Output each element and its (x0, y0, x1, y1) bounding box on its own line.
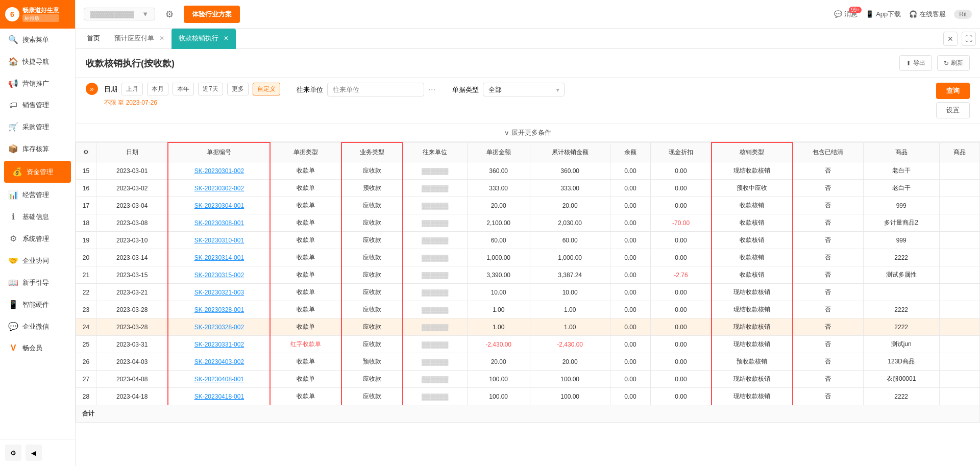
row-date: 2023-03-08 (96, 214, 168, 232)
fullscreen-tab-btn[interactable]: ⛶ (962, 32, 976, 46)
settings-gear-btn[interactable]: ⚙ (161, 6, 178, 22)
row-date: 2023-03-02 (96, 180, 168, 197)
voucher-type-select[interactable]: 全部 (483, 83, 565, 96)
row-amount: 1.00 (467, 318, 530, 336)
row-doc-no[interactable]: SK-20230418-001 (168, 388, 270, 405)
tab-collection-close[interactable]: ✕ (224, 35, 229, 42)
row-doc-no[interactable]: SK-20230314-001 (168, 249, 270, 266)
company-selector[interactable]: ▓▓▓▓▓▓▓▓▓ ▼ (84, 8, 155, 20)
col-date: 日期 (96, 142, 168, 162)
row-counterpart: ▓▓▓▓▓▓ (403, 162, 467, 180)
row-write-off-type: 预收中应收 (712, 180, 793, 197)
sidebar-item-guide[interactable]: 📖 新手引导 (0, 272, 75, 293)
sidebar-item-quick-nav[interactable]: 🏠 快捷导航 (0, 51, 75, 72)
solution-btn[interactable]: 体验行业方案 (184, 6, 240, 23)
row-write-off-type: 收款核销 (712, 232, 793, 249)
row-biz-type: 应收款 (341, 284, 403, 301)
table-row: 202023-03-14SK-20230314-001收款单应收款▓▓▓▓▓▓1… (76, 249, 980, 266)
close-tab-btn[interactable]: ✕ (943, 32, 958, 46)
filter-date-section: 日期 上月 本月 本年 近7天 更多 自定义 不限 至 2023-07-26 (104, 83, 280, 107)
table-row: 262023-04-03SK-20230403-002收款单预收款▓▓▓▓▓▓2… (76, 353, 980, 371)
row-discount: 0.00 (651, 336, 712, 353)
mobile-icon: 📱 (866, 10, 874, 18)
tab-receivable[interactable]: 预计应应付单 ✕ (107, 29, 172, 49)
row-cum-amount: 360.00 (530, 162, 610, 180)
row-amount: 1,000.00 (467, 249, 530, 266)
row-doc-type: 收款单 (270, 353, 341, 371)
tab-receivable-close[interactable]: ✕ (159, 35, 164, 42)
query-btn[interactable]: 查询 (936, 83, 970, 99)
row-doc-no[interactable]: SK-20230310-001 (168, 232, 270, 249)
collapse-sidebar-btn[interactable]: ◀ (26, 445, 42, 461)
export-btn[interactable]: ⬆ 导出 (899, 55, 932, 71)
row-goods: 老白干 (863, 180, 939, 197)
row-balance: 0.00 (610, 266, 650, 284)
table-row: 192023-03-10SK-20230310-001收款单应收款▓▓▓▓▓▓6… (76, 232, 980, 249)
sidebar-item-hardware[interactable]: 📱 智能硬件 (0, 293, 75, 315)
sidebar-item-marketing[interactable]: 📢 营销推广 (0, 72, 75, 94)
row-doc-no[interactable]: SK-20230328-001 (168, 301, 270, 318)
row-doc-type: 收款单 (270, 214, 341, 232)
row-doc-no[interactable]: SK-20230315-002 (168, 266, 270, 284)
sidebar-item-sales[interactable]: 🏷 销售管理 (0, 94, 75, 116)
col-settings[interactable]: ⚙ (76, 142, 96, 162)
row-goods: 999 (863, 232, 939, 249)
row-doc-type: 收款单 (270, 232, 341, 249)
counterpart-input[interactable] (327, 83, 424, 96)
row-cum-amount: 10.00 (530, 284, 610, 301)
data-table-container[interactable]: ⚙ 日期 单据编号 单据类型 业务类型 往来单位 单据金额 累计核销金额 余额 … (76, 142, 980, 466)
tab-collection[interactable]: 收款核销执行 ✕ (172, 29, 236, 49)
last-7days-btn[interactable]: 近7天 (198, 83, 223, 95)
row-counterpart: ▓▓▓▓▓▓ (403, 353, 467, 371)
custom-date-btn[interactable]: 自定义 (253, 83, 280, 95)
sidebar-item-inventory[interactable]: 📦 库存核算 (0, 138, 75, 160)
sidebar-item-system[interactable]: ⚙ 系统管理 (0, 228, 75, 250)
row-date: 2023-03-31 (96, 336, 168, 353)
row-goods: 2222 (863, 388, 939, 405)
row-doc-no[interactable]: SK-20230331-002 (168, 336, 270, 353)
sidebar-item-enterprise[interactable]: 🤝 企业协同 (0, 250, 75, 272)
row-doc-no[interactable]: SK-20230301-002 (168, 162, 270, 180)
row-goods: 多计量商品2 (863, 214, 939, 232)
row-included: 否 (793, 336, 864, 353)
row-doc-no[interactable]: SK-20230308-001 (168, 214, 270, 232)
tab-home[interactable]: 首页 (80, 29, 107, 49)
user-profile[interactable]: Rit (954, 10, 972, 19)
more-options-btn[interactable]: ··· (428, 84, 436, 95)
row-doc-no[interactable]: SK-20230403-002 (168, 353, 270, 371)
wechat-icon: 💬 (8, 322, 18, 331)
set-btn[interactable]: 设置 (936, 102, 970, 118)
row-balance: 0.00 (610, 284, 650, 301)
sidebar-item-basics[interactable]: ℹ 基础信息 (0, 206, 75, 228)
last-month-btn[interactable]: 上月 (121, 83, 143, 95)
sidebar-item-capital[interactable]: 💰 资金管理 (4, 161, 71, 183)
expand-more-btn[interactable]: ∨ 展开更多条件 (76, 124, 980, 142)
table-row: 282023-04-18SK-20230418-001收款单应收款▓▓▓▓▓▓1… (76, 388, 980, 405)
row-doc-no[interactable]: SK-20230408-001 (168, 371, 270, 388)
more-date-btn[interactable]: 更多 (227, 83, 249, 95)
this-year-btn[interactable]: 本年 (173, 83, 194, 95)
online-service-btn[interactable]: 🎧 在线客服 (909, 10, 946, 19)
filter-toggle-btn[interactable]: » (86, 83, 98, 95)
sidebar-item-purchase[interactable]: 🛒 采购管理 (0, 116, 75, 138)
messages-btn[interactable]: 💬 消息 99+ (834, 10, 857, 19)
row-counterpart: ▓▓▓▓▓▓ (403, 249, 467, 266)
app-download-btn[interactable]: 📱 App下载 (866, 10, 901, 19)
refresh-btn[interactable]: ↻ 刷新 (937, 55, 970, 71)
sidebar-item-wechat[interactable]: 💬 企业微信 (0, 315, 75, 337)
sidebar-item-member[interactable]: V 畅会员 (0, 337, 75, 359)
row-doc-no[interactable]: SK-20230328-002 (168, 318, 270, 336)
col-cum-amount: 累计核销金额 (530, 142, 610, 162)
logo-text: 畅康道好生意 标推版 (22, 7, 59, 22)
row-goods2 (939, 318, 980, 336)
sidebar-item-search[interactable]: 🔍 搜索菜单 (0, 29, 75, 51)
row-doc-type: 收款单 (270, 388, 341, 405)
row-goods2 (939, 284, 980, 301)
table-row: 152023-03-01SK-20230301-002收款单应收款▓▓▓▓▓▓3… (76, 162, 980, 180)
row-doc-no[interactable]: SK-20230321-003 (168, 284, 270, 301)
row-doc-no[interactable]: SK-20230302-002 (168, 180, 270, 197)
this-month-btn[interactable]: 本月 (147, 83, 168, 95)
row-doc-no[interactable]: SK-20230304-001 (168, 197, 270, 214)
sidebar-item-operations[interactable]: 📊 经营管理 (0, 184, 75, 206)
settings-bottom-btn[interactable]: ⚙ (5, 445, 21, 461)
